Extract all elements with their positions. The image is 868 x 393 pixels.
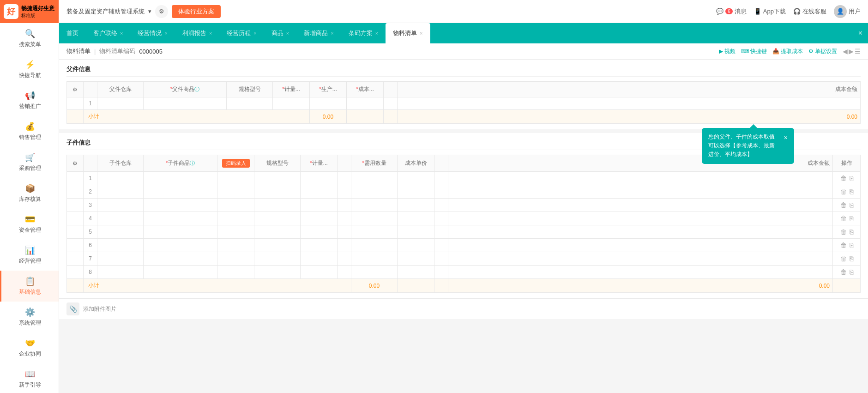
- row-warehouse[interactable]: [97, 266, 144, 279]
- row-goods[interactable]: [144, 199, 217, 212]
- row-goods[interactable]: [144, 185, 217, 199]
- tab-barcode[interactable]: 条码方案 ×: [341, 23, 386, 43]
- tab-customer[interactable]: 客户联络 ×: [86, 23, 130, 43]
- row-unit[interactable]: [301, 172, 338, 185]
- row-qty[interactable]: [351, 252, 398, 266]
- child-col-scan[interactable]: 扫码录入: [217, 155, 254, 172]
- tooltip-close-btn[interactable]: ×: [784, 133, 788, 143]
- row-qty[interactable]: [351, 239, 398, 252]
- delete-icon[interactable]: 🗑: [840, 242, 847, 249]
- menu-icon[interactable]: ☰: [855, 48, 861, 55]
- delete-icon[interactable]: 🗑: [840, 228, 847, 236]
- row-qty[interactable]: [351, 185, 398, 199]
- parent-col-settings[interactable]: ⚙: [67, 82, 84, 97]
- row-warehouse[interactable]: [97, 199, 144, 212]
- tab-close-icon[interactable]: ×: [120, 30, 123, 36]
- row-goods[interactable]: [144, 266, 217, 279]
- view-video-btn[interactable]: ▶ 视频: [719, 48, 735, 55]
- row-qty[interactable]: [351, 199, 398, 212]
- row-goods[interactable]: [144, 97, 227, 110]
- next-arrow[interactable]: ▶: [849, 48, 854, 55]
- row-spec[interactable]: [254, 225, 301, 239]
- tab-close-icon[interactable]: ×: [375, 30, 378, 36]
- delete-icon[interactable]: 🗑: [840, 201, 847, 209]
- row-goods[interactable]: [144, 212, 217, 225]
- row-spec[interactable]: [254, 252, 301, 266]
- child-col-settings[interactable]: ⚙: [67, 155, 84, 172]
- row-goods[interactable]: [144, 172, 217, 185]
- row-unit-price[interactable]: [398, 225, 434, 239]
- sidebar-item-finance[interactable]: 💳 资金管理: [0, 209, 59, 240]
- row-unit[interactable]: [273, 97, 310, 110]
- sidebar-item-basic[interactable]: 📋 基础信息: [0, 271, 59, 302]
- user-item[interactable]: 👤 用户: [834, 5, 861, 18]
- tab-close-icon[interactable]: ×: [164, 30, 167, 36]
- tab-close-icon[interactable]: ×: [209, 30, 212, 36]
- row-spec[interactable]: [254, 212, 301, 225]
- tab-home[interactable]: 首页: [59, 23, 86, 43]
- row-unit-price[interactable]: [398, 252, 434, 266]
- delete-icon[interactable]: 🗑: [840, 268, 847, 276]
- attachment-icon[interactable]: 📎: [66, 302, 79, 315]
- tab-close-icon[interactable]: ×: [253, 30, 256, 36]
- sidebar-item-guide[interactable]: 📖 新手引导: [0, 363, 59, 393]
- row-unit[interactable]: [301, 225, 338, 239]
- copy-icon[interactable]: ⎘: [850, 175, 853, 182]
- row-warehouse[interactable]: [97, 239, 144, 252]
- row-spec[interactable]: [254, 239, 301, 252]
- sidebar-item-search[interactable]: 🔍 搜索菜单: [0, 23, 59, 54]
- row-spec[interactable]: [254, 185, 301, 199]
- row-warehouse[interactable]: [97, 97, 144, 110]
- row-unit-price[interactable]: [398, 199, 434, 212]
- row-unit[interactable]: [301, 212, 338, 225]
- row-qty[interactable]: [351, 172, 398, 185]
- row-warehouse[interactable]: [97, 252, 144, 266]
- online-service-item[interactable]: 🎧 在线客服: [793, 7, 826, 16]
- tab-operation[interactable]: 经营情况 ×: [130, 23, 175, 43]
- single-setting-btn[interactable]: ⚙ 单据设置: [808, 48, 837, 55]
- row-spec[interactable]: [254, 266, 301, 279]
- sidebar-item-quicknav[interactable]: ⚡ 快捷导航: [0, 54, 59, 85]
- row-goods[interactable]: [144, 239, 217, 252]
- sidebar-item-sales[interactable]: 💰 销售管理: [0, 116, 59, 147]
- row-goods[interactable]: [144, 225, 217, 239]
- row-unit-price[interactable]: [398, 266, 434, 279]
- row-unit[interactable]: [301, 199, 338, 212]
- tab-history[interactable]: 经营历程 ×: [219, 23, 264, 43]
- row-produce[interactable]: [310, 97, 347, 110]
- copy-icon[interactable]: ⎘: [850, 268, 853, 276]
- delete-icon[interactable]: 🗑: [840, 255, 847, 262]
- row-goods[interactable]: [144, 252, 217, 266]
- row-unit[interactable]: [301, 266, 338, 279]
- shortcut-btn[interactable]: ⌨ 快捷键: [741, 48, 767, 55]
- row-qty[interactable]: [351, 225, 398, 239]
- sidebar-item-collab[interactable]: 🤝 企业协同: [0, 333, 59, 363]
- sidebar-item-purchase[interactable]: 🛒 采购管理: [0, 147, 59, 178]
- row-warehouse[interactable]: [97, 225, 144, 239]
- copy-icon[interactable]: ⎘: [850, 255, 853, 262]
- delete-icon[interactable]: 🗑: [840, 188, 847, 195]
- copy-icon[interactable]: ⎘: [850, 215, 853, 222]
- row-unit[interactable]: [301, 239, 338, 252]
- sidebar-item-marketing[interactable]: 📢 营销推广: [0, 85, 59, 116]
- copy-icon[interactable]: ⎘: [850, 201, 853, 209]
- row-warehouse[interactable]: [97, 212, 144, 225]
- row-spec[interactable]: [254, 199, 301, 212]
- system-dropdown[interactable]: ▾: [148, 8, 151, 15]
- sidebar-item-system[interactable]: ⚙️ 系统管理: [0, 302, 59, 333]
- gear-button[interactable]: ⚙: [155, 5, 168, 18]
- tab-close-icon[interactable]: ×: [420, 30, 422, 36]
- copy-icon[interactable]: ⎘: [850, 188, 853, 195]
- row-spec[interactable]: [227, 97, 273, 110]
- row-qty[interactable]: [351, 266, 398, 279]
- tab-new-goods[interactable]: 新增商品 ×: [296, 23, 341, 43]
- row-unit-price[interactable]: [398, 212, 434, 225]
- row-unit-price[interactable]: [398, 185, 434, 199]
- row-spec[interactable]: [254, 172, 301, 185]
- delete-icon[interactable]: 🗑: [840, 215, 847, 222]
- sidebar-item-operation[interactable]: 📊 经营管理: [0, 240, 59, 271]
- tab-close-icon[interactable]: ×: [286, 30, 289, 36]
- tab-close-icon[interactable]: ×: [331, 30, 333, 36]
- row-cost[interactable]: [347, 97, 384, 110]
- breadcrumb-bom[interactable]: 物料清单: [66, 47, 90, 55]
